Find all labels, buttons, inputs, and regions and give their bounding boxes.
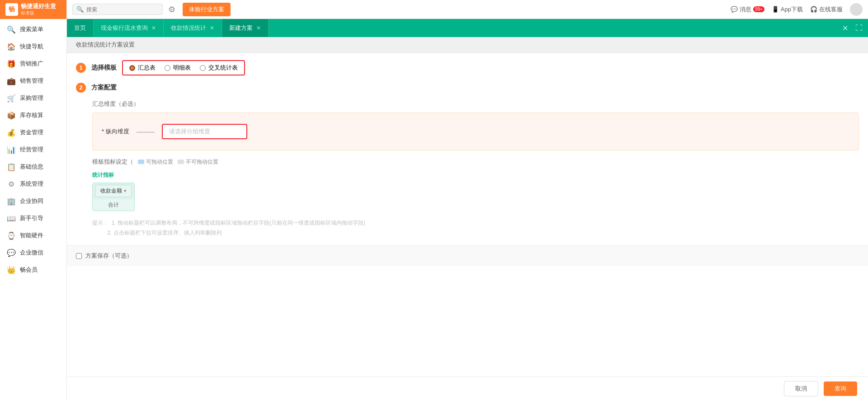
notification-item[interactable]: 💬 消息 99+ — [731, 5, 764, 14]
page-title-bar: 收款情况统计方案设置 — [67, 37, 868, 53]
footer-bar: 取消 查询 — [67, 376, 868, 400]
finance-icon: 💰 — [7, 128, 15, 136]
dimension-title: 汇总维度（必选） — [92, 100, 859, 108]
settings-icon[interactable]: ⚙ — [168, 5, 175, 14]
option-summary[interactable]: 汇总表 — [129, 64, 156, 72]
sidebar-item-inventory[interactable]: 📦 库存核算 — [0, 107, 66, 124]
logo-icon: 畅 — [5, 3, 18, 16]
indicator-title-text: 模板指标设定（ — [92, 158, 133, 166]
radio-detail[interactable] — [165, 65, 170, 71]
app-download-label: App下载 — [781, 5, 803, 14]
save-label: 方案保存（可选） — [85, 252, 132, 260]
sales-icon: 💼 — [7, 77, 15, 85]
weixin-icon: 💬 — [7, 249, 15, 257]
sidebar-item-finance[interactable]: 💰 资金管理 — [0, 124, 66, 141]
sidebar-item-label: 经营管理 — [20, 146, 43, 154]
dimension-selector[interactable]: 请选择分组维度 — [162, 124, 247, 139]
sidebar-item-purchase[interactable]: 🛒 采购管理 — [0, 89, 66, 107]
legend-fixed-label: 不可拖动位置 — [186, 158, 218, 166]
avatar[interactable] — [850, 3, 863, 16]
indicator-group: 统计指标 收款金额 ▾ 合计 — [92, 169, 135, 211]
sidebar-item-label: 采购管理 — [20, 94, 43, 102]
search-input[interactable] — [86, 6, 159, 13]
step1-badge: 1 — [76, 63, 86, 73]
sidebar-item-label: 企业协同 — [20, 197, 43, 205]
page-title: 收款情况统计方案设置 — [76, 41, 135, 48]
sidebar-item-label: 智能硬件 — [20, 231, 43, 240]
logo-badge: 标准版 — [21, 10, 56, 16]
industry-btn[interactable]: 体验行业方案 — [183, 3, 231, 16]
sidebar-item-quick-nav[interactable]: 🏠 快捷导航 — [0, 38, 66, 55]
sidebar-item-label: 搜索菜单 — [20, 25, 43, 33]
query-button[interactable]: 查询 — [824, 381, 857, 396]
tab-receipt-stats-label: 收款情况统计 — [171, 24, 206, 32]
step2-content: 汇总维度（必选） * 纵向维度 —— 请选择分组维度 — [76, 100, 859, 238]
step2-label: 方案配置 — [91, 84, 117, 92]
sidebar-item-label: 畅会员 — [20, 266, 38, 274]
logo-name: 畅捷通好生意 — [21, 3, 56, 10]
operation-icon: 📊 — [7, 146, 15, 154]
tab-home[interactable]: 首页 — [67, 19, 94, 37]
sidebar-item-label: 营销推广 — [20, 60, 43, 68]
tab-new-plan-close[interactable]: ✕ — [256, 25, 261, 31]
radio-summary[interactable] — [129, 65, 135, 71]
sidebar-item-operation[interactable]: 📊 经营管理 — [0, 141, 66, 158]
sidebar-item-system[interactable]: ⚙ 系统管理 — [0, 175, 66, 193]
service-icon: 🎧 — [810, 6, 817, 13]
tab-home-label: 首页 — [74, 24, 86, 32]
sidebar-item-member[interactable]: 👑 畅会员 — [0, 261, 66, 278]
app-download-item[interactable]: 📱 App下载 — [772, 5, 803, 14]
purchase-icon: 🛒 — [7, 94, 15, 102]
sidebar-item-guide[interactable]: 📖 新手引导 — [0, 210, 66, 227]
system-icon: ⚙ — [7, 180, 15, 188]
tab-receipt-stats[interactable]: 收款情况统计 ✕ — [164, 19, 222, 37]
dimension-vertical-label: * 纵向维度 — [102, 127, 129, 136]
sidebar-item-weixin[interactable]: 💬 企业微信 — [0, 244, 66, 261]
indicator-dropdown-icon: ▾ — [124, 188, 127, 194]
tab-receipt-stats-close[interactable]: ✕ — [210, 25, 214, 31]
tip-2: 2. 点击标题栏下拉可设置排序、插入列和删除列 — [92, 228, 859, 238]
online-service-item[interactable]: 🎧 在线客服 — [810, 5, 843, 14]
search-icon: 🔍 — [76, 6, 84, 13]
option-detail[interactable]: 明细表 — [165, 64, 191, 72]
radio-cross[interactable] — [200, 65, 206, 71]
search-bar[interactable]: 🔍 — [72, 4, 163, 15]
save-checkbox[interactable] — [76, 253, 82, 259]
content-area: 收款情况统计方案设置 1 选择模板 汇总表 明细表 — [67, 37, 868, 400]
tips-section: 提示： 1. 拖动标题栏可以调整布局，不可跨维度或指标区域拖动栏目字段(只能在同… — [92, 218, 859, 238]
dimension-arrow: —— — [137, 127, 155, 137]
sidebar-item-base-info[interactable]: 📋 基础信息 — [0, 158, 66, 175]
option-cross[interactable]: 交叉统计表 — [200, 64, 238, 72]
step2-row: 2 方案配置 — [76, 83, 859, 93]
cancel-button[interactable]: 取消 — [784, 381, 818, 396]
notification-label: 消息 — [740, 5, 751, 14]
indicator-title-row: 模板指标设定（ 可拖动位置 不可拖动位置 — [92, 158, 859, 166]
tab-cashflow[interactable]: 现金银行流水查询 ✕ — [94, 19, 164, 37]
legend-fixed: 不可拖动位置 — [178, 158, 218, 166]
sidebar-item-label: 快捷导航 — [20, 42, 43, 51]
sidebar-item-sales[interactable]: 💼 销售管理 — [0, 72, 66, 89]
notification-icon: 💬 — [731, 6, 738, 13]
legend-movable-dot — [138, 160, 144, 164]
tab-cashflow-label: 现金银行流水查询 — [101, 24, 148, 32]
indicator-box: 收款金额 ▾ 合计 — [92, 183, 135, 211]
sidebar-item-marketing[interactable]: 🎁 营销推广 — [0, 55, 66, 72]
tab-new-plan[interactable]: 新建方案 ✕ — [222, 19, 269, 37]
tab-close-all-icon[interactable]: ✕ — [840, 22, 850, 34]
sidebar-item-enterprise[interactable]: 🏢 企业协同 — [0, 193, 66, 210]
option-detail-label: 明细表 — [173, 64, 191, 72]
sidebar-item-smart-hw[interactable]: ⌚ 智能硬件 — [0, 227, 66, 244]
legend-movable: 可拖动位置 — [138, 158, 173, 166]
option-cross-label: 交叉统计表 — [208, 64, 238, 72]
guide-icon: 📖 — [7, 214, 15, 222]
tab-expand-icon[interactable]: ⛶ — [854, 22, 864, 34]
main-area: 🔍 ⚙ 体验行业方案 💬 消息 99+ 📱 App下载 🎧 在线客服 首页 — [67, 0, 868, 400]
sidebar: 畅 畅捷通好生意 标准版 🔍 搜索菜单 🏠 快捷导航 🎁 营销推广 💼 销售管理… — [0, 0, 67, 400]
inventory-icon: 📦 — [7, 111, 15, 119]
search-menu-icon: 🔍 — [7, 25, 15, 33]
sidebar-item-search-menu[interactable]: 🔍 搜索菜单 — [0, 21, 66, 38]
page-wrapper: 收款情况统计方案设置 1 选择模板 汇总表 明细表 — [67, 37, 868, 400]
indicator-tag[interactable]: 收款金额 ▾ — [95, 185, 132, 197]
tab-cashflow-close[interactable]: ✕ — [151, 25, 156, 31]
smart-hw-icon: ⌚ — [7, 231, 15, 240]
